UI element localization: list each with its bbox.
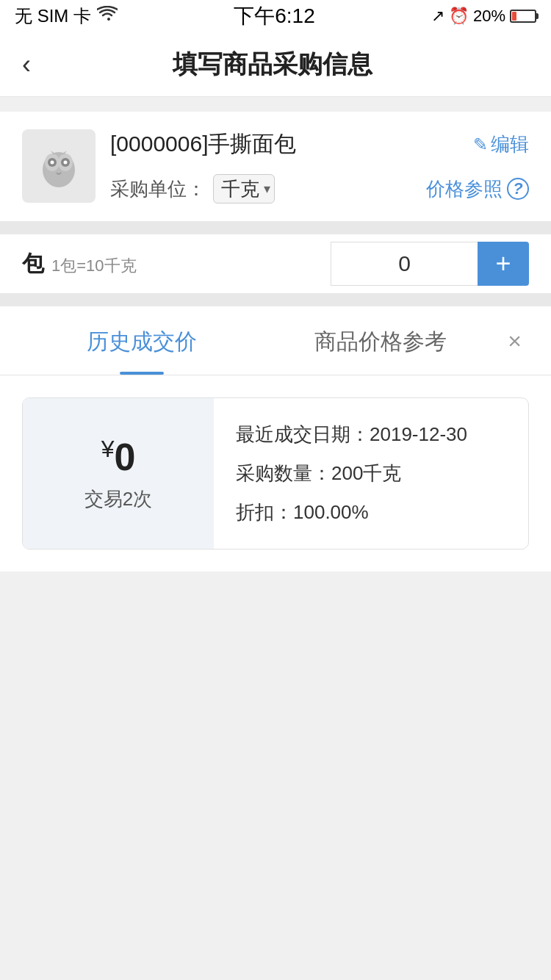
card-details-section: 最近成交日期：2019-12-30 采购数量：200千克 折扣：100.00% <box>214 398 528 549</box>
wifi-icon <box>97 6 118 26</box>
edit-label: 编辑 <box>491 131 529 157</box>
discount-label: 折扣： <box>236 501 293 523</box>
status-carrier: 无 SIM 卡 <box>15 4 118 28</box>
svg-point-6 <box>64 161 68 165</box>
purchase-qty-label: 采购数量： <box>236 462 331 484</box>
quantity-input-group: + <box>331 242 529 286</box>
quantity-plus-button[interactable]: + <box>478 242 529 286</box>
price-ref-button[interactable]: 价格参照 ? <box>426 176 529 202</box>
history-card: ¥0 交易2次 最近成交日期：2019-12-30 采购数量：200千克 折扣：… <box>22 397 529 550</box>
unit-selector-group: 采购单位： 千克 <box>110 174 275 203</box>
quantity-label-group: 包 1包=10千克 <box>22 249 331 279</box>
recent-date-value: 2019-12-30 <box>370 423 467 445</box>
svg-point-5 <box>51 161 54 165</box>
recent-date-row: 最近成交日期：2019-12-30 <box>236 420 506 449</box>
price-symbol: ¥ <box>101 436 115 462</box>
status-time: 下午6:12 <box>234 2 315 30</box>
product-header: [0000006]手撕面包 ✎ 编辑 采购单位： 千克 价格参照 <box>22 129 529 203</box>
tab-history-label: 历史成交价 <box>87 329 197 353</box>
quantity-row: 包 1包=10千克 + <box>0 234 551 293</box>
nav-bar: ‹ 填写商品采购信息 <box>0 32 551 97</box>
tab-price-reference[interactable]: 商品价格参考 <box>262 306 501 375</box>
card-price-section: ¥0 交易2次 <box>23 398 214 549</box>
product-info: [0000006]手撕面包 ✎ 编辑 采购单位： 千克 价格参照 <box>110 129 529 203</box>
product-thumbnail <box>22 129 96 203</box>
price-ref-label: 价格参照 <box>426 176 503 202</box>
section-divider <box>0 221 551 234</box>
card-price-display: ¥0 <box>101 435 136 479</box>
edit-icon: ✎ <box>473 134 488 155</box>
history-content: ¥0 交易2次 最近成交日期：2019-12-30 采购数量：200千克 折扣：… <box>0 375 551 572</box>
product-name-row: [0000006]手撕面包 ✎ 编辑 <box>110 129 529 159</box>
help-icon: ? <box>507 178 529 200</box>
quantity-input[interactable] <box>331 242 478 286</box>
recent-date-label: 最近成交日期： <box>236 423 370 445</box>
trade-count: 交易2次 <box>84 486 152 512</box>
discount-row: 折扣：100.00% <box>236 498 506 527</box>
tab-history-price[interactable]: 历史成交价 <box>22 306 262 375</box>
tabs-header: 历史成交价 商品价格参考 × <box>0 306 551 375</box>
back-button[interactable]: ‹ <box>22 51 31 78</box>
edit-button[interactable]: ✎ 编辑 <box>473 131 529 157</box>
price-value: 0 <box>114 436 135 478</box>
product-section: [0000006]手撕面包 ✎ 编辑 采购单位： 千克 价格参照 <box>0 112 551 221</box>
battery-icon <box>510 10 536 23</box>
product-name: [0000006]手撕面包 <box>110 129 296 159</box>
quantity-unit-name: 包 <box>22 249 44 279</box>
carrier-text: 无 SIM 卡 <box>15 4 91 28</box>
tabs-section: 历史成交价 商品价格参考 × ¥0 交易2次 最近成交日期：2019-12-30… <box>0 306 551 572</box>
purchase-qty-value: 200千克 <box>331 462 401 484</box>
tab-price-ref-label: 商品价格参考 <box>314 329 447 353</box>
battery-percent: 20% <box>473 7 505 26</box>
unit-label: 采购单位： <box>110 176 206 202</box>
page-title: 填写商品采购信息 <box>46 48 500 82</box>
tab-close-button[interactable]: × <box>500 322 529 360</box>
status-bar: 无 SIM 卡 下午6:12 ↗ ⏰ 20% <box>0 0 551 32</box>
product-unit-row: 采购单位： 千克 价格参照 ? <box>110 174 529 203</box>
quantity-conversion: 1包=10千克 <box>51 255 137 277</box>
section-divider-2 <box>0 293 551 306</box>
unit-select[interactable]: 千克 <box>213 174 275 203</box>
footer-area <box>0 572 551 980</box>
purchase-qty-row: 采购数量：200千克 <box>236 459 506 488</box>
alarm-icon: ⏰ <box>449 7 469 26</box>
unit-select-wrapper[interactable]: 千克 <box>213 174 275 203</box>
location-icon: ↗ <box>431 7 444 26</box>
status-right: ↗ ⏰ 20% <box>431 7 536 26</box>
discount-value: 100.00% <box>293 501 369 523</box>
